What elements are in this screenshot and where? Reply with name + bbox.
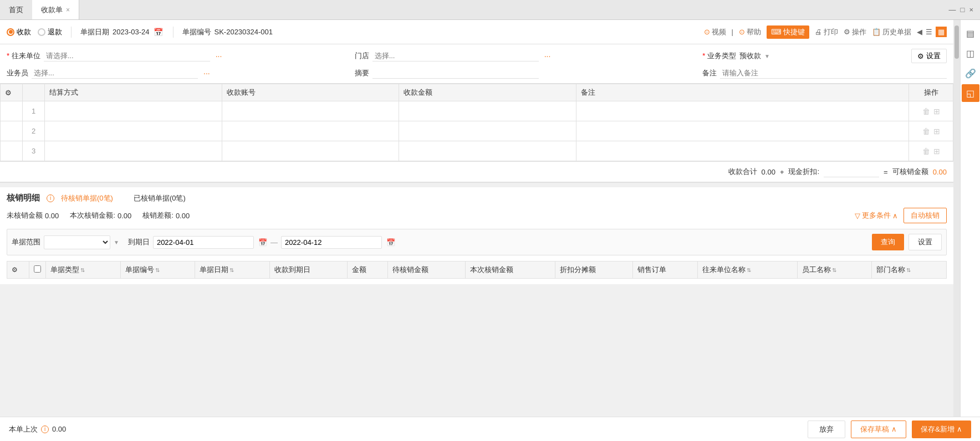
td-remark-2[interactable] xyxy=(576,121,909,141)
td-amount-2[interactable] xyxy=(399,121,576,141)
copy-row-1[interactable]: ⊞ xyxy=(933,107,940,116)
help-icon: ⊙ xyxy=(739,28,745,36)
td-account-3[interactable] xyxy=(222,141,399,161)
scope-label: 单据范围 xyxy=(12,237,40,247)
save-new-btn[interactable]: 保存&新增 ∧ xyxy=(912,421,971,438)
current-cancel-field: 本次核销金额: 0.00 xyxy=(70,211,131,221)
verify-title: 核销明细 xyxy=(7,193,40,203)
right-panel-link-icon[interactable]: 🔗 xyxy=(962,64,979,82)
total-label: 收款合计 xyxy=(728,167,757,177)
maximize-icon[interactable]: □ xyxy=(961,6,965,14)
doc-num-field: 单据编号 SK-20230324-001 xyxy=(182,27,273,37)
td-settings-2 xyxy=(1,121,23,141)
td-settlement-1[interactable] xyxy=(45,101,222,121)
list-icon[interactable]: ☰ xyxy=(926,28,932,36)
pending-tab[interactable]: 待核销单据(0笔) xyxy=(61,193,113,203)
auto-cancel-btn[interactable]: 自动核销 xyxy=(904,208,947,223)
remark-input[interactable] xyxy=(720,68,947,79)
td-account-2[interactable] xyxy=(222,121,399,141)
operations-btn[interactable]: ⚙ 操作 xyxy=(844,27,866,37)
th-settings[interactable]: ⚙ xyxy=(1,84,23,101)
diff-field: 核销差额: 0.00 xyxy=(142,211,190,221)
tab-current[interactable]: 收款单 × xyxy=(32,0,79,19)
right-panel-doc-icon[interactable]: ◫ xyxy=(962,44,979,62)
verify-info-icon[interactable]: i xyxy=(47,194,54,202)
th-sales-order: 销售订单 xyxy=(632,261,698,279)
scope-select[interactable] xyxy=(44,235,110,249)
save-draft-btn[interactable]: 保存草稿 ∧ xyxy=(851,421,906,438)
radio-refund[interactable]: 退款 xyxy=(38,27,62,37)
print-icon: 🖨 xyxy=(815,28,822,36)
td-num-1: 1 xyxy=(23,101,45,121)
shortcut-btn[interactable]: ⌨ 快捷键 xyxy=(767,25,809,39)
toolbar: 收款 退款 单据日期 2023-03-24 📅 单据编号 SK-20230324… xyxy=(0,20,953,44)
date-value: 2023-03-24 xyxy=(113,28,150,36)
td-amount-3[interactable] xyxy=(399,141,576,161)
discount-input[interactable] xyxy=(824,166,879,177)
calendar-icon[interactable]: 📅 xyxy=(153,27,164,38)
filter-row: 单据范围 ▼ 到期日 📅 — 📅 查询 设置 xyxy=(7,229,947,255)
grid-icon[interactable]: ▦ xyxy=(936,27,947,37)
calendar-from-icon[interactable]: 📅 xyxy=(258,238,267,247)
th-operations: 操作 xyxy=(909,84,953,101)
select-all-checkbox[interactable] xyxy=(34,265,41,273)
sort-dept[interactable]: ⇅ xyxy=(906,267,911,273)
td-account-1[interactable] xyxy=(222,101,399,121)
scrollbar[interactable] xyxy=(953,20,960,417)
sort-doc-num[interactable]: ⇅ xyxy=(155,267,160,273)
print-btn[interactable]: 🖨 打印 xyxy=(815,27,838,37)
delete-row-2[interactable]: 🗑 xyxy=(922,127,930,136)
close-icon[interactable]: × xyxy=(969,6,973,14)
td-settlement-2[interactable] xyxy=(45,121,222,141)
radio-receipt[interactable]: 收款 xyxy=(7,27,31,37)
save-new-arrow[interactable]: ∧ xyxy=(957,425,962,433)
minimize-icon[interactable]: — xyxy=(949,6,956,14)
scrollbar-thumb[interactable] xyxy=(955,25,959,59)
abandon-btn[interactable]: 放弃 xyxy=(808,421,845,438)
copy-row-2[interactable]: ⊞ xyxy=(933,127,940,136)
sort-partner[interactable]: ⇅ xyxy=(747,267,751,273)
history-btn[interactable]: 📋 历史单据 xyxy=(872,27,911,37)
th-checkbox[interactable] xyxy=(29,261,46,279)
right-panel-table-icon[interactable]: ▤ xyxy=(962,24,979,42)
staff-more[interactable]: ··· xyxy=(203,69,210,78)
delete-row-3[interactable]: 🗑 xyxy=(922,147,930,156)
right-panel-expand-icon[interactable]: ◱ xyxy=(962,84,979,102)
summary-input[interactable] xyxy=(372,68,539,79)
sort-employee[interactable]: ⇅ xyxy=(832,267,836,273)
done-tab[interactable]: 已核销单据(0笔) xyxy=(134,193,186,203)
business-type-arrow[interactable]: ▼ xyxy=(764,53,770,59)
calendar-to-icon[interactable]: 📅 xyxy=(386,238,395,247)
more-conditions-btn[interactable]: ▽ 更多条件 ∧ xyxy=(855,211,898,221)
counterpart-more[interactable]: ··· xyxy=(216,52,222,60)
tab-close-icon[interactable]: × xyxy=(66,6,70,14)
settings-btn[interactable]: ⚙ 设置 xyxy=(911,49,947,63)
staff-input[interactable] xyxy=(32,68,198,79)
due-date-to[interactable] xyxy=(281,236,382,249)
th-gear[interactable]: ⚙ xyxy=(7,261,29,279)
receipt-table: ⚙ 结算方式 收款账号 收款金额 备注 xyxy=(0,84,953,161)
video-btn[interactable]: ⊙ 视频 xyxy=(704,27,726,37)
tab-home[interactable]: 首页 xyxy=(0,0,32,19)
uncancelled-value: 0.00 xyxy=(45,212,59,220)
td-remark-1[interactable] xyxy=(576,101,909,121)
copy-row-3[interactable]: ⊞ xyxy=(933,147,940,156)
per-page-info-icon[interactable]: i xyxy=(41,425,49,433)
summary-field: 摘要 xyxy=(355,68,681,79)
sort-doc-date[interactable]: ⇅ xyxy=(229,267,234,273)
view-icons: ◀ ☰ ▦ xyxy=(917,27,947,37)
delete-row-1[interactable]: 🗑 xyxy=(922,107,930,116)
query-btn[interactable]: 查询 xyxy=(872,234,904,250)
store-more[interactable]: ··· xyxy=(544,52,551,60)
counterpart-input[interactable] xyxy=(44,50,210,61)
filter-settings-btn[interactable]: 设置 xyxy=(908,234,942,250)
store-input[interactable] xyxy=(372,50,539,61)
td-amount-1[interactable] xyxy=(399,101,576,121)
prev-icon[interactable]: ◀ xyxy=(917,28,922,36)
td-settlement-3[interactable] xyxy=(45,141,222,161)
help-btn[interactable]: ⊙ 帮助 xyxy=(739,27,761,37)
save-draft-arrow[interactable]: ∧ xyxy=(891,425,897,433)
td-remark-3[interactable] xyxy=(576,141,909,161)
due-date-from[interactable] xyxy=(153,236,254,249)
sort-doc-type[interactable]: ⇅ xyxy=(80,267,85,273)
